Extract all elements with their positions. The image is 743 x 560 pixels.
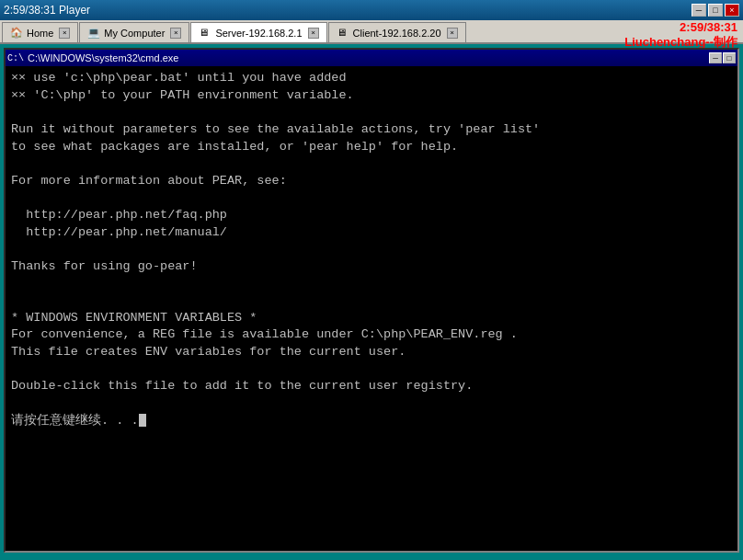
- close-button[interactable]: ×: [725, 4, 739, 17]
- watermark-line1: 2:59/38:31: [624, 20, 737, 35]
- client-icon: 🖥: [337, 27, 349, 40]
- cmd-icon: C:\: [7, 53, 24, 63]
- tab-server[interactable]: 🖥 Server-192.168.2.1 ×: [190, 22, 326, 42]
- mycomputer-icon: 💻: [87, 27, 100, 40]
- tab-mycomputer-label: My Computer: [104, 28, 165, 39]
- cmd-window-title: C:\WINDOWS\system32\cmd.exe: [28, 52, 178, 63]
- outer-window-title: 2:59/38:31 Player: [4, 4, 90, 17]
- minimize-button[interactable]: ─: [692, 4, 706, 17]
- maximize-button[interactable]: □: [708, 4, 723, 17]
- cmd-minimize-button[interactable]: ─: [709, 52, 722, 63]
- tab-client-close[interactable]: ×: [447, 28, 458, 39]
- server-icon: 🖥: [199, 27, 211, 40]
- cmd-window-controls[interactable]: ─ □: [709, 52, 736, 63]
- tab-client[interactable]: 🖥 Client-192.168.2.20 ×: [328, 22, 466, 42]
- watermark: 2:59/38:31 Liuchenchang--制作: [624, 20, 737, 49]
- tab-home-close[interactable]: ×: [59, 28, 70, 39]
- cmd-maximize-button[interactable]: □: [723, 52, 736, 63]
- cmd-window: C:\ C:\WINDOWS\system32\cmd.exe ─ □ ×× u…: [4, 48, 739, 553]
- tab-home-label: Home: [27, 28, 53, 39]
- cmd-title-bar: C:\ C:\WINDOWS\system32\cmd.exe ─ □: [6, 50, 737, 66]
- tab-server-label: Server-192.168.2.1: [215, 28, 302, 39]
- tab-mycomputer-close[interactable]: ×: [170, 28, 181, 39]
- outer-title-bar: 2:59/38:31 Player ─ □ ×: [0, 0, 743, 20]
- outer-window-controls[interactable]: ─ □ ×: [692, 4, 739, 17]
- tab-bar: 🏠 Home × 💻 My Computer × 🖥 Server-192.16…: [0, 20, 743, 44]
- tab-client-label: Client-192.168.2.20: [353, 28, 441, 39]
- watermark-line2: Liuchenchang--制作: [624, 35, 737, 50]
- tab-home[interactable]: 🏠 Home ×: [2, 22, 78, 42]
- tab-mycomputer[interactable]: 💻 My Computer ×: [79, 22, 189, 42]
- tab-server-close[interactable]: ×: [308, 28, 319, 39]
- home-icon: 🏠: [10, 27, 23, 40]
- cmd-output: ×× use 'c:\php\pear.bat' until you have …: [6, 66, 737, 551]
